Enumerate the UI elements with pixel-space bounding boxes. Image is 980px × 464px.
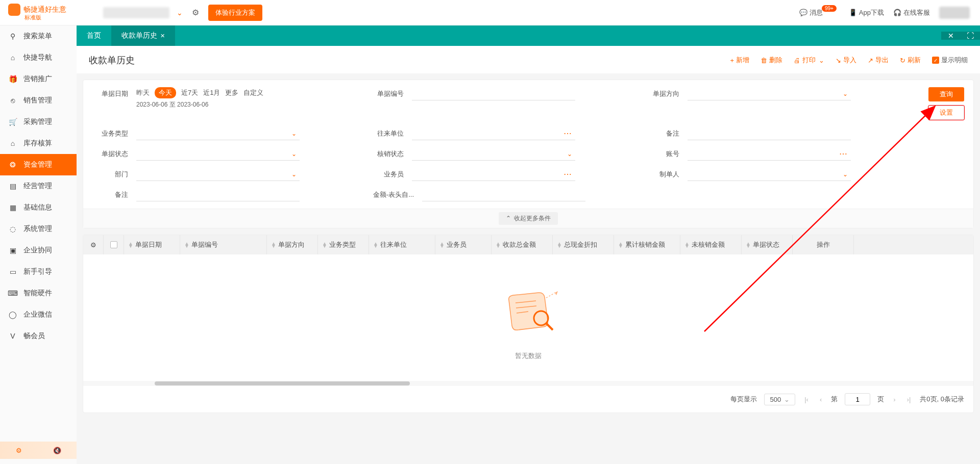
amount-head-input[interactable]: [422, 188, 585, 201]
messages-button[interactable]: 💬 消息 99+: [799, 8, 840, 17]
add-button[interactable]: +新增: [730, 56, 749, 65]
account-select[interactable]: ⋯: [688, 147, 851, 161]
sort-icon: ▲▼: [439, 242, 445, 247]
column-header[interactable]: ▲▼单据方向: [267, 235, 318, 254]
last-page-button[interactable]: ›|: [905, 396, 913, 403]
direction-select[interactable]: ⌄: [688, 87, 851, 100]
sidebar-item-sale[interactable]: ⎋销售管理: [0, 90, 77, 111]
sidebar-item-cart[interactable]: 🛒采购管理: [0, 111, 77, 133]
creator-select[interactable]: ⌄: [688, 168, 851, 181]
sidebar-item-data[interactable]: ▦基础信息: [0, 197, 77, 218]
org-name-blurred: [103, 7, 169, 18]
promo-button[interactable]: 体验行业方案: [208, 5, 262, 21]
prev-page-button[interactable]: ‹: [818, 396, 824, 403]
app-download-button[interactable]: 📱 App下载: [849, 8, 884, 17]
table-header: ⚙ ▲▼单据日期▲▼单据编号▲▼单据方向▲▼业务类型▲▼往来单位▲▼业务员▲▼收…: [83, 235, 973, 254]
phone-icon: 📱: [849, 9, 857, 17]
footer-gear-icon[interactable]: ⚙: [16, 447, 22, 454]
warehouse-icon: ⌂: [8, 139, 17, 148]
doc-no-label: 单据编号: [368, 87, 404, 98]
data-icon: ▦: [8, 203, 17, 212]
messages-badge: 99+: [822, 5, 837, 12]
biz-type-select[interactable]: ⌄: [136, 127, 300, 140]
sidebar-item-guide[interactable]: ▭新手引导: [0, 261, 77, 282]
date-chip-7d[interactable]: 近7天: [181, 88, 198, 97]
sidebar-item-manage[interactable]: ▤经营管理: [0, 175, 77, 197]
sidebar-item-warehouse[interactable]: ⌂库存核算: [0, 133, 77, 154]
next-page-button[interactable]: ›: [891, 396, 897, 403]
column-header[interactable]: 操作: [793, 235, 854, 254]
filter-panel: 单据日期 昨天 今天 近7天 近1月 更多 自定义 2023-06-06 至 2…: [83, 80, 974, 228]
settings-icon[interactable]: ⚙: [192, 8, 199, 17]
user-avatar-blurred[interactable]: [939, 7, 970, 19]
show-detail-toggle[interactable]: ✓显示明细: [932, 56, 968, 65]
remark2-input[interactable]: [136, 188, 300, 201]
refresh-button[interactable]: ↻刷新: [900, 56, 921, 65]
table-settings-button[interactable]: ⚙: [83, 235, 104, 254]
settings-button[interactable]: 设置: [928, 106, 964, 120]
column-header[interactable]: ▲▼往来单位: [369, 235, 435, 254]
gear-icon: ⚙: [90, 241, 96, 249]
tab-首页[interactable]: 首页: [77, 25, 111, 46]
date-chip-custom[interactable]: 自定义: [243, 88, 263, 97]
date-chips: 昨天 今天 近7天 近1月 更多 自定义: [136, 87, 368, 98]
sidebar-item-search[interactable]: ⚲搜索菜单: [0, 25, 77, 47]
date-chip-more[interactable]: 更多: [225, 88, 238, 97]
column-header[interactable]: ▲▼单据日期: [124, 235, 180, 254]
column-header[interactable]: ▲▼总现金折扣: [553, 235, 614, 254]
column-header[interactable]: ▲▼未核销金额: [680, 235, 742, 254]
select-all-checkbox[interactable]: [104, 235, 124, 254]
sidebar-item-gift[interactable]: 🎁营销推广: [0, 68, 77, 90]
column-header[interactable]: ▲▼收款总金额: [492, 235, 553, 254]
sidebar-item-label: 库存核算: [23, 139, 52, 148]
sort-icon: ▲▼: [271, 242, 276, 247]
page-input[interactable]: [845, 393, 870, 405]
customer-service-label: 在线客服: [903, 8, 930, 17]
column-header[interactable]: ▲▼单据状态: [742, 235, 793, 254]
column-header[interactable]: ▲▼累计核销金额: [614, 235, 680, 254]
sidebar-item-wecom[interactable]: ◯企业微信: [0, 304, 77, 325]
customer-service-button[interactable]: 🎧 在线客服: [893, 8, 930, 17]
search-button[interactable]: 查询: [928, 87, 964, 101]
sidebar-item-system[interactable]: ◌系统管理: [0, 218, 77, 240]
tab-close-all-button[interactable]: ✕: [941, 32, 961, 40]
sidebar-item-home[interactable]: ⌂快捷导航: [0, 47, 77, 68]
dept-select[interactable]: ⌄: [136, 168, 300, 181]
search-icon: ⚲: [8, 32, 17, 41]
export-button[interactable]: ↗导出: [868, 56, 889, 65]
sidebar-item-fund[interactable]: ❂资金管理: [0, 154, 77, 175]
sidebar-item-vip[interactable]: V畅会员: [0, 325, 77, 347]
date-chip-today[interactable]: 今天: [155, 87, 176, 98]
staff-select[interactable]: ⋯: [412, 168, 575, 181]
doc-no-input[interactable]: [412, 87, 575, 100]
sidebar-item-collab[interactable]: ▣企业协同: [0, 240, 77, 261]
collapse-filters-button[interactable]: ⌃收起更多条件: [83, 209, 973, 228]
import-button[interactable]: ↘导入: [836, 56, 856, 65]
remark-input[interactable]: [688, 127, 851, 140]
partner-select[interactable]: ⋯: [412, 127, 575, 140]
date-chip-yesterday[interactable]: 昨天: [136, 88, 150, 97]
print-button[interactable]: 🖨打印⌄: [794, 56, 824, 65]
delete-button[interactable]: 🗑删除: [761, 56, 782, 65]
sort-icon: ▲▼: [684, 242, 690, 247]
column-header[interactable]: ▲▼业务类型: [318, 235, 369, 254]
footer-sound-icon[interactable]: 🔇: [53, 447, 61, 454]
column-header[interactable]: ▲▼业务员: [435, 235, 492, 254]
sidebar-item-hardware[interactable]: ⌨智能硬件: [0, 282, 77, 304]
empty-illustration: [498, 285, 559, 341]
sort-icon: ▲▼: [496, 242, 501, 247]
date-chip-1m[interactable]: 近1月: [203, 88, 220, 97]
fullscreen-button[interactable]: ⛶: [961, 32, 980, 40]
verify-status-select[interactable]: ⌄: [412, 147, 575, 161]
first-page-button[interactable]: |‹: [802, 396, 811, 403]
horizontal-scrollbar[interactable]: [83, 381, 973, 386]
close-icon[interactable]: ✕: [160, 33, 165, 39]
chevron-down-icon: ⌄: [819, 57, 824, 64]
tab-收款单历史[interactable]: 收款单历史✕: [111, 25, 175, 46]
status-select[interactable]: ⌄: [136, 147, 300, 161]
scrollbar-thumb[interactable]: [155, 381, 410, 385]
per-page-select[interactable]: 500⌄: [764, 394, 795, 405]
org-selector[interactable]: ⌄: [103, 7, 183, 18]
sidebar-item-label: 畅会员: [23, 331, 45, 341]
column-header[interactable]: ▲▼单据编号: [180, 235, 267, 254]
